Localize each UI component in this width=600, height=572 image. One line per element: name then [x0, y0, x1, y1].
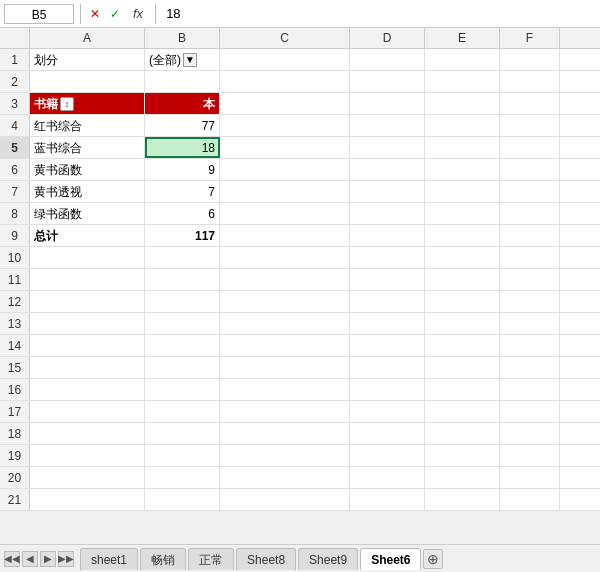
col-header-e[interactable]: E: [425, 28, 500, 48]
cell-e18[interactable]: [425, 423, 500, 444]
cell-e21[interactable]: [425, 489, 500, 510]
cell-b3-pivot-header[interactable]: 本: [145, 93, 220, 114]
cell-c12[interactable]: [220, 291, 350, 312]
cell-f16[interactable]: [500, 379, 560, 400]
cell-c16[interactable]: [220, 379, 350, 400]
cell-a6[interactable]: 黄书函数: [30, 159, 145, 180]
cell-b19[interactable]: [145, 445, 220, 466]
cell-a19[interactable]: [30, 445, 145, 466]
cell-c7[interactable]: [220, 181, 350, 202]
cell-f21[interactable]: [500, 489, 560, 510]
cell-b14[interactable]: [145, 335, 220, 356]
cell-c6[interactable]: [220, 159, 350, 180]
cell-e16[interactable]: [425, 379, 500, 400]
cell-d4[interactable]: [350, 115, 425, 136]
cell-d10[interactable]: [350, 247, 425, 268]
confirm-icon[interactable]: ✓: [107, 7, 123, 21]
cell-b20[interactable]: [145, 467, 220, 488]
cell-e15[interactable]: [425, 357, 500, 378]
cell-f9[interactable]: [500, 225, 560, 246]
cell-c9[interactable]: [220, 225, 350, 246]
cell-f11[interactable]: [500, 269, 560, 290]
cell-c1[interactable]: [220, 49, 350, 70]
cell-c17[interactable]: [220, 401, 350, 422]
cell-b1[interactable]: (全部) ▼: [145, 49, 220, 70]
cell-d3[interactable]: [350, 93, 425, 114]
cell-b8[interactable]: 6: [145, 203, 220, 224]
filter-dropdown-arrow[interactable]: ▼: [183, 53, 197, 67]
cell-b5-selected[interactable]: 18: [145, 137, 220, 158]
cell-d21[interactable]: [350, 489, 425, 510]
cell-e4[interactable]: [425, 115, 500, 136]
cell-b21[interactable]: [145, 489, 220, 510]
cell-b2[interactable]: [145, 71, 220, 92]
cell-e2[interactable]: [425, 71, 500, 92]
cell-a18[interactable]: [30, 423, 145, 444]
col-header-b[interactable]: B: [145, 28, 220, 48]
cell-a5[interactable]: 蓝书综合: [30, 137, 145, 158]
cell-a3-pivot-header[interactable]: 书籍 ↕: [30, 93, 145, 114]
cell-d11[interactable]: [350, 269, 425, 290]
cell-c20[interactable]: [220, 467, 350, 488]
cell-f15[interactable]: [500, 357, 560, 378]
col-header-f[interactable]: F: [500, 28, 560, 48]
cell-a12[interactable]: [30, 291, 145, 312]
cell-b7[interactable]: 7: [145, 181, 220, 202]
cell-c18[interactable]: [220, 423, 350, 444]
cell-a21[interactable]: [30, 489, 145, 510]
cell-c13[interactable]: [220, 313, 350, 334]
cell-b6[interactable]: 9: [145, 159, 220, 180]
cell-e10[interactable]: [425, 247, 500, 268]
cell-d6[interactable]: [350, 159, 425, 180]
cell-a15[interactable]: [30, 357, 145, 378]
cell-a13[interactable]: [30, 313, 145, 334]
cell-e12[interactable]: [425, 291, 500, 312]
sort-filter-btn[interactable]: ↕: [60, 97, 74, 111]
cell-f10[interactable]: [500, 247, 560, 268]
cell-f17[interactable]: [500, 401, 560, 422]
cell-reference-box[interactable]: B5: [4, 4, 74, 24]
cell-f14[interactable]: [500, 335, 560, 356]
cell-c10[interactable]: [220, 247, 350, 268]
cell-d15[interactable]: [350, 357, 425, 378]
cell-d17[interactable]: [350, 401, 425, 422]
cell-d13[interactable]: [350, 313, 425, 334]
cell-c2[interactable]: [220, 71, 350, 92]
cell-e11[interactable]: [425, 269, 500, 290]
cell-b11[interactable]: [145, 269, 220, 290]
cell-e17[interactable]: [425, 401, 500, 422]
cell-c15[interactable]: [220, 357, 350, 378]
cell-e13[interactable]: [425, 313, 500, 334]
col-header-a[interactable]: A: [30, 28, 145, 48]
cell-b10[interactable]: [145, 247, 220, 268]
cell-d20[interactable]: [350, 467, 425, 488]
cell-d8[interactable]: [350, 203, 425, 224]
cell-d5[interactable]: [350, 137, 425, 158]
cell-b17[interactable]: [145, 401, 220, 422]
formula-input[interactable]: [162, 6, 596, 21]
cell-d18[interactable]: [350, 423, 425, 444]
cell-c11[interactable]: [220, 269, 350, 290]
cell-c21[interactable]: [220, 489, 350, 510]
cell-a9[interactable]: 总计: [30, 225, 145, 246]
col-header-c[interactable]: C: [220, 28, 350, 48]
cell-e1[interactable]: [425, 49, 500, 70]
cell-f3[interactable]: [500, 93, 560, 114]
cell-e8[interactable]: [425, 203, 500, 224]
cell-f2[interactable]: [500, 71, 560, 92]
cell-e14[interactable]: [425, 335, 500, 356]
cancel-icon[interactable]: ✕: [87, 7, 103, 21]
cell-d1[interactable]: [350, 49, 425, 70]
cell-e7[interactable]: [425, 181, 500, 202]
cell-a1[interactable]: 划分: [30, 49, 145, 70]
cell-c3[interactable]: [220, 93, 350, 114]
cell-d16[interactable]: [350, 379, 425, 400]
cell-f7[interactable]: [500, 181, 560, 202]
cell-e5[interactable]: [425, 137, 500, 158]
cell-f20[interactable]: [500, 467, 560, 488]
cell-c8[interactable]: [220, 203, 350, 224]
cell-d14[interactable]: [350, 335, 425, 356]
cell-d2[interactable]: [350, 71, 425, 92]
cell-a10[interactable]: [30, 247, 145, 268]
cell-a4[interactable]: 红书综合: [30, 115, 145, 136]
